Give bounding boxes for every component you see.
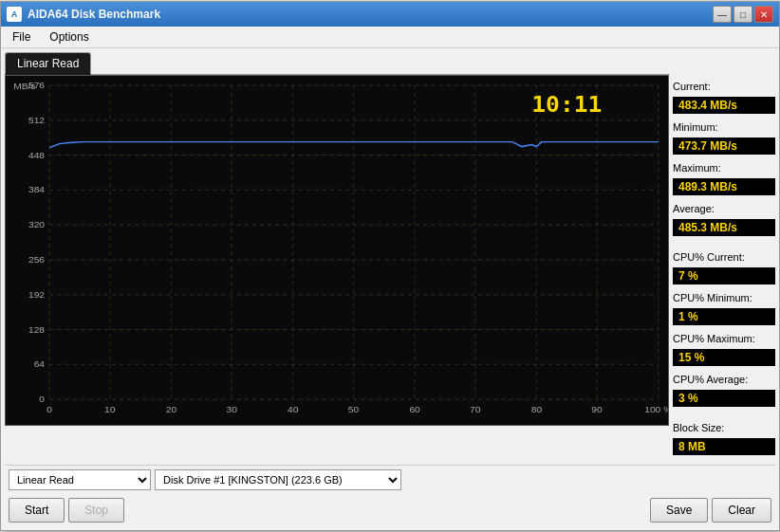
block-size-value: 8 MB — [673, 438, 775, 455]
main-window: A AIDA64 Disk Benchmark — □ ✕ File Optio… — [0, 1, 780, 531]
window-bottom: Linear Read Disk Drive #1 [KINGSTON] (22… — [1, 463, 779, 530]
tab-linear-read[interactable]: Linear Read — [5, 52, 91, 75]
test-type-select[interactable]: Linear Read — [9, 469, 151, 490]
content-area: Linear Read — [1, 48, 779, 463]
average-value: 485.3 MB/s — [673, 219, 775, 236]
cpu-average-label: CPU% Average: — [673, 374, 775, 385]
cpu-average-value: 3 % — [673, 390, 775, 407]
maximum-value: 489.3 MB/s — [673, 178, 775, 195]
action-bar: Start Stop Save Clear — [5, 494, 775, 526]
svg-text:0: 0 — [46, 404, 52, 414]
save-button[interactable]: Save — [650, 498, 708, 523]
current-value: 483.4 MB/s — [673, 97, 775, 114]
chart-container: 576 512 448 384 320 256 192 128 64 0 MB/… — [5, 75, 669, 426]
current-label: Current: — [673, 81, 775, 92]
window-title: AIDA64 Disk Benchmark — [28, 8, 160, 21]
stop-button[interactable]: Stop — [68, 498, 124, 523]
cpu-minimum-value: 1 % — [673, 308, 775, 325]
svg-text:MB/s: MB/s — [13, 81, 35, 91]
block-size-label: Block Size: — [673, 422, 775, 433]
cpu-current-value: 7 % — [673, 267, 775, 284]
svg-text:60: 60 — [409, 404, 420, 414]
drive-select[interactable]: Disk Drive #1 [KINGSTON] (223.6 GB) — [155, 469, 401, 490]
menu-options[interactable]: Options — [42, 28, 96, 46]
title-bar: A AIDA64 Disk Benchmark — □ ✕ — [1, 2, 779, 27]
minimum-label: Minimum: — [673, 121, 775, 133]
minimum-value: 473.7 MB/s — [673, 138, 775, 155]
menu-bar: File Options — [1, 27, 779, 48]
svg-text:448: 448 — [28, 150, 45, 160]
cpu-minimum-label: CPU% Minimum: — [673, 292, 775, 303]
svg-text:90: 90 — [591, 404, 603, 414]
svg-text:10: 10 — [104, 404, 116, 414]
svg-text:10:11: 10:11 — [531, 90, 602, 118]
svg-text:256: 256 — [28, 254, 45, 265]
maximize-button[interactable]: □ — [734, 6, 752, 23]
svg-text:128: 128 — [28, 324, 45, 335]
svg-text:64: 64 — [34, 358, 46, 369]
svg-text:30: 30 — [226, 404, 237, 414]
title-bar-left: A AIDA64 Disk Benchmark — [7, 7, 160, 22]
svg-text:40: 40 — [288, 404, 299, 414]
bottom-bar: Linear Read Disk Drive #1 [KINGSTON] (22… — [5, 465, 775, 494]
svg-text:384: 384 — [28, 184, 45, 194]
svg-text:192: 192 — [28, 289, 45, 300]
menu-file[interactable]: File — [5, 28, 38, 46]
clear-button[interactable]: Clear — [712, 498, 771, 523]
cpu-maximum-value: 15 % — [673, 349, 775, 366]
svg-text:80: 80 — [531, 404, 543, 414]
minimize-button[interactable]: — — [713, 6, 732, 23]
left-panel: Linear Read — [5, 52, 669, 459]
average-label: Average: — [673, 203, 775, 214]
title-bar-controls: — □ ✕ — [713, 6, 773, 23]
app-icon: A — [7, 7, 22, 22]
start-button[interactable]: Start — [9, 498, 65, 523]
svg-rect-0 — [6, 76, 668, 425]
cpu-current-label: CPU% Current: — [673, 251, 775, 263]
svg-text:0: 0 — [39, 394, 45, 404]
svg-text:100 %: 100 % — [644, 404, 668, 414]
maximum-label: Maximum: — [673, 162, 775, 174]
svg-text:20: 20 — [166, 404, 177, 414]
right-panel: Current: 483.4 MB/s Minimum: 473.7 MB/s … — [673, 52, 775, 459]
tab-bar: Linear Read — [5, 52, 669, 75]
svg-text:70: 70 — [470, 404, 481, 414]
svg-text:320: 320 — [28, 219, 45, 229]
svg-text:50: 50 — [348, 404, 360, 414]
svg-text:512: 512 — [28, 115, 45, 125]
chart-svg: 576 512 448 384 320 256 192 128 64 0 MB/… — [6, 76, 668, 425]
close-button[interactable]: ✕ — [754, 6, 773, 23]
cpu-maximum-label: CPU% Maximum: — [673, 333, 775, 344]
